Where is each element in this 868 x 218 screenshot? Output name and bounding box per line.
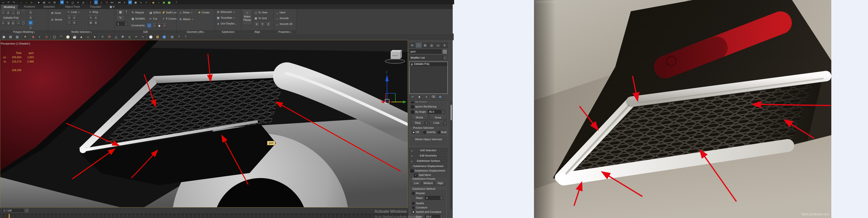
tab-modeling[interactable]: Modeling [0, 4, 18, 9]
tab-modify-icon[interactable]: ◔ [415, 43, 422, 48]
select-object-icon[interactable]: ➤ [37, 1, 40, 4]
mirror-icon[interactable]: ⋈ [118, 1, 121, 4]
ignore-backfacing-checkbox[interactable] [411, 105, 414, 108]
next-frame-button[interactable]: > [25, 209, 29, 213]
object-name-field[interactable] [409, 49, 441, 53]
subdivision-displacement-checkbox[interactable] [410, 170, 414, 173]
create-button[interactable]: ✚Create [197, 11, 210, 14]
method-spatial-curvature-radio[interactable] [412, 211, 415, 213]
element-mode-icon[interactable]: ⬛ [21, 10, 26, 15]
edge-mode-icon[interactable]: ∠ [6, 10, 10, 15]
ring-grow-icon[interactable]: + [89, 15, 93, 20]
swift-loop-button[interactable]: ⚡Swift Loop [162, 11, 178, 14]
angle-snap-icon[interactable]: ∠ [100, 1, 103, 4]
prev-modifier-icon[interactable]: ⇞ [28, 10, 33, 15]
property-explorer-icon[interactable]: ▥ [14, 34, 20, 40]
constraint-none-icon[interactable]: ⊠ [147, 23, 152, 28]
plane-primitive-icon[interactable]: ▢ [52, 34, 57, 40]
preset-medium-button[interactable]: Medium [423, 181, 434, 185]
relax-button[interactable]: ◻Relax ▾ [179, 11, 192, 14]
preset-high-button[interactable]: High [435, 181, 445, 185]
new-scene-icon[interactable]: ▱ [1, 1, 5, 4]
tab-hierarchy-icon[interactable]: ⧉ [422, 43, 428, 48]
ring-spinner[interactable]: ▴▾ [425, 121, 428, 125]
edit-iterations-spinner[interactable]: ▴▾ [125, 22, 128, 26]
loop-button[interactable]: =Loop ▾ [67, 10, 80, 13]
section-footer[interactable]: Properties ▾ [274, 30, 296, 34]
unlink-icon[interactable]: ⌣ [25, 1, 28, 4]
pin-stack-icon[interactable]: ⊸ [410, 95, 415, 99]
preserve-uvs-options-button[interactable]: ▾ [125, 10, 128, 15]
configure-modifier-sets-icon[interactable]: ▤ [438, 95, 443, 99]
select-similar-icon[interactable]: ◨ [6, 21, 10, 25]
align-icon[interactable]: ≡ [123, 1, 126, 4]
sphere-primitive-icon[interactable]: ⬤ [65, 34, 71, 40]
loop-shrink-icon[interactable]: ≡ [72, 15, 76, 20]
show-end-result-icon[interactable]: ▮ [417, 95, 422, 99]
by-angle-spinner[interactable]: ▴▾ [442, 110, 444, 114]
use-displacement-button[interactable]: ▲Use Displac... [217, 22, 237, 25]
redo-icon[interactable]: ↷ [12, 1, 16, 4]
align-to-grid-button[interactable]: ▦To Grid [254, 17, 267, 20]
stereo-camera-icon[interactable]: ◎ [44, 34, 50, 40]
tab-populate[interactable]: Populate [88, 4, 103, 9]
smooth-button[interactable]: ◡Smooth [276, 17, 289, 20]
vertex-mode-icon[interactable]: ∴ [1, 10, 5, 15]
use-pivot-icon[interactable]: ◎ [82, 1, 85, 4]
ring-button[interactable]: Ring [411, 121, 425, 125]
smooth-30-button[interactable]: ◡Smooth 30 [276, 23, 292, 26]
graphite-toggle-icon[interactable]: ▣ [134, 1, 137, 4]
loop-button-panel[interactable]: Loop [430, 121, 443, 125]
preview-off-icon[interactable]: ▸ [1, 21, 5, 25]
panel-scrollbar-thumb[interactable] [451, 105, 452, 120]
preview-multi-radio[interactable] [438, 131, 440, 134]
shrink-selection-button[interactable]: Shrink [411, 116, 428, 120]
teapot-primitive-icon[interactable]: ☕ [72, 34, 78, 40]
object-color-swatch[interactable] [442, 49, 447, 54]
particle-array-icon[interactable]: ✳ [100, 34, 105, 40]
grow-loop-icon[interactable]: ▭ [16, 21, 21, 25]
curve-editor-icon[interactable]: ∿ [139, 1, 143, 4]
tab-utilities-icon[interactable]: ✛ [441, 43, 448, 48]
render-setup-icon[interactable]: ☼ [157, 1, 160, 4]
split-mesh-checkbox[interactable]: ✓ [414, 174, 417, 177]
viewport-label[interactable]: Perspective ] [ Shaded ] [1, 42, 30, 45]
select-rotate-icon[interactable]: ↻ [66, 1, 69, 4]
align-z-button[interactable]: Z [266, 23, 271, 27]
ribbon-minimize-button[interactable]: ▣ ▾ [107, 4, 117, 9]
snap-toggle-3d-icon[interactable]: ∥ [94, 0, 98, 4]
grow-button[interactable]: ⊞Grow [51, 11, 61, 14]
tab-selection[interactable]: Selection [41, 4, 57, 9]
sun-light-icon[interactable]: ☼ [85, 34, 91, 40]
preserve-uvs-button[interactable]: ▩ [116, 10, 124, 15]
grow-selection-button[interactable]: Grow [430, 116, 446, 120]
material-editor-icon[interactable]: ◉ [152, 1, 155, 4]
repeat-button[interactable]: ↻Repeat [131, 11, 144, 14]
panel-scrollbar[interactable] [451, 102, 452, 209]
preview-subobj-radio[interactable] [423, 131, 426, 134]
section-footer[interactable]: Align [241, 30, 273, 34]
loop-spinner[interactable]: ▴▾ [443, 121, 446, 125]
ring-dot-icon[interactable]: ≋ [94, 20, 98, 25]
select-scale-icon[interactable]: ◱ [71, 1, 74, 4]
viewport-layout-icon[interactable]: ▣ [1, 34, 7, 40]
gizmo-icon[interactable]: ✱ [120, 34, 126, 40]
edge-field[interactable] [425, 215, 440, 218]
rollout-subdivision-displacement[interactable]: -Subdivision Displacement [409, 164, 447, 168]
rectangular-region-icon[interactable]: ▭ [48, 1, 51, 4]
layer-manager-icon[interactable]: ⧉ [128, 0, 132, 4]
preset-low-button[interactable]: Low [411, 181, 422, 185]
loop-mode-icon[interactable]: ~ [67, 20, 71, 25]
method-regular-radio[interactable] [412, 192, 415, 195]
nurms-button[interactable]: ▦NURMS [131, 17, 145, 20]
next-modifier-icon[interactable]: ⇟ [28, 15, 33, 20]
modifier-list-dropdown[interactable]: Modifier List [409, 56, 443, 60]
make-unique-icon[interactable]: ⅄ [424, 95, 429, 99]
bind-spacewarp-icon[interactable]: ∞ [30, 1, 33, 4]
by-angle-checkbox[interactable] [411, 111, 414, 114]
percent-snap-icon[interactable]: % [105, 1, 108, 4]
align-x-button[interactable]: X [254, 23, 259, 27]
constraint-normal-icon[interactable]: ↗ [162, 23, 167, 28]
light-falloff-icon[interactable]: ◐ [37, 34, 43, 40]
ring-button[interactable]: ≡Ring [89, 10, 98, 13]
